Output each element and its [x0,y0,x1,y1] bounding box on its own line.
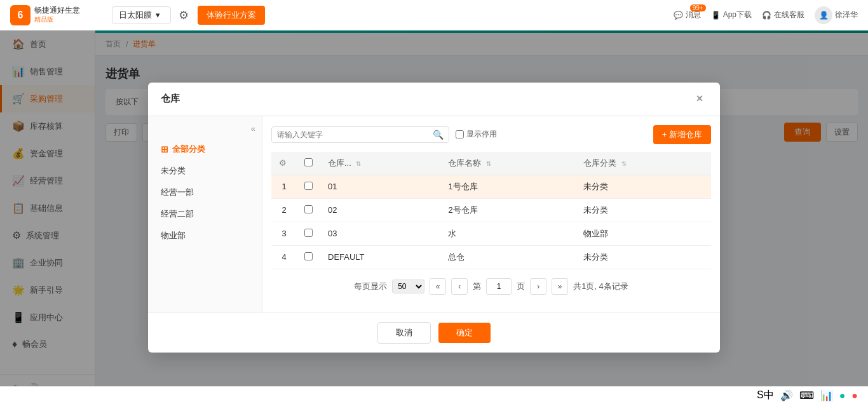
app-download-label: App下载 [723,10,752,20]
total-records: 共1页, 4条记录 [573,281,628,292]
last-page-btn[interactable]: » [552,278,568,295]
category-item-uncat[interactable]: 未分类 [148,160,262,182]
row-code: DEFAULT [320,245,440,269]
name-sort-icon[interactable]: ⇅ [486,160,491,167]
table-row[interactable]: 1 01 1号仓库 未分类 [271,175,711,198]
status-circle1-icon[interactable]: ● [839,390,846,401]
top-header: 6 畅捷通好生意 精品版 日太阳膜 ▾ ⚙ 体验行业方案 💬 消息 99+ 📱 … [0,0,868,30]
table-row[interactable]: 2 02 2号仓库 未分类 [271,198,711,222]
logo-sub: 精品版 [34,15,80,24]
avatar: 👤 [815,6,832,24]
per-page-label: 每页显示 [354,281,387,292]
modal-footer: 取消 确定 [148,313,720,353]
online-service-label: 在线客服 [774,10,804,20]
row-check[interactable] [297,245,320,269]
category-item-ops1[interactable]: 经营一部 [148,182,262,203]
messages-item[interactable]: 💬 消息 99+ [674,10,701,20]
row-check[interactable] [297,175,320,198]
show-disabled-checkbox[interactable]: 显示停用 [456,129,497,140]
row-category: 未分类 [576,245,711,269]
disabled-check[interactable] [456,130,464,138]
modal-title: 仓库 [161,93,180,105]
row-checkbox[interactable] [304,182,313,190]
status-bar: S中 🔊 ⌨ 📊 ● ● [0,386,868,404]
new-warehouse-btn[interactable]: + 新增仓库 [653,125,711,144]
modal-overlay: 仓库 × « ⊞全部分类未分类经营一部经营二部物业部 🔍 [0,30,868,404]
row-checkbox[interactable] [304,229,313,237]
row-checkbox[interactable] [304,205,313,213]
store-selector[interactable]: 日太阳膜 ▾ [112,6,171,24]
user-item[interactable]: 👤 徐泽华 [815,6,858,24]
cat-label-all: 全部分类 [172,144,205,155]
row-name: 总仓 [440,245,576,269]
headset-icon: 🎧 [762,11,771,20]
modal-close-btn[interactable]: × [692,91,707,107]
modal-header: 仓库 × [148,83,720,116]
trial-btn[interactable]: 体验行业方案 [198,6,265,25]
table-gear-icon[interactable]: ⚙ [279,158,287,168]
row-code: 01 [320,175,440,198]
status-sound-icon[interactable]: 🔊 [780,389,793,401]
pagination: 每页显示 501020100 « ‹ 第 页 › » 共1页, 4条记录 [271,269,711,304]
header-right: 💬 消息 99+ 📱 App下载 🎧 在线客服 👤 徐泽华 [674,6,858,24]
category-list: ⊞全部分类未分类经营一部经营二部物业部 [148,138,262,246]
status-keyboard-icon[interactable]: ⌨ [799,389,814,401]
app-download-item[interactable]: 📱 App下载 [711,10,752,20]
row-num: 2 [271,198,297,222]
page-suffix: 页 [517,281,525,292]
row-check[interactable] [297,222,320,245]
user-name: 徐泽华 [835,10,858,20]
row-category: 物业部 [576,222,711,245]
category-item-all[interactable]: ⊞全部分类 [148,138,262,160]
category-item-ops2[interactable]: 经营二部 [148,203,262,225]
next-page-btn[interactable]: › [530,278,546,295]
row-name: 水 [440,222,576,245]
table-row[interactable]: 4 DEFAULT 总仓 未分类 [271,245,711,269]
status-s-icon[interactable]: S中 [757,389,774,402]
col-check [297,152,320,175]
col-category: 仓库分类 ⇅ [576,152,711,175]
cancel-btn[interactable]: 取消 [377,322,431,344]
code-sort-icon[interactable]: ⇅ [356,160,361,167]
col-name: 仓库名称 ⇅ [440,152,576,175]
cat-label-uncat: 未分类 [161,165,186,177]
category-sort-icon[interactable]: ⇅ [621,160,627,167]
modal-table-area: 🔍 显示停用 + 新增仓库 ⚙ [262,116,720,313]
cat-label-property: 物业部 [161,230,186,241]
status-chart-icon[interactable]: 📊 [820,389,833,401]
table-row[interactable]: 3 03 水 物业部 [271,222,711,245]
row-num: 4 [271,245,297,269]
row-check[interactable] [297,198,320,222]
modal-toolbar: 🔍 显示停用 + 新增仓库 [271,125,711,144]
prev-page-btn[interactable]: ‹ [451,278,468,295]
confirm-btn[interactable]: 确定 [438,323,491,343]
per-page-select[interactable]: 501020100 [392,279,424,293]
page-label: 第 [473,281,481,292]
row-name: 2号仓库 [440,198,576,222]
settings-icon[interactable]: ⚙ [179,8,189,22]
search-input[interactable] [277,130,433,139]
online-service-item[interactable]: 🎧 在线客服 [762,10,804,20]
page-number-input[interactable] [486,278,512,295]
row-checkbox[interactable] [304,252,313,260]
table-header: ⚙ 仓库... ⇅ 仓库名称 [271,152,711,175]
col-settings: ⚙ [271,152,297,175]
message-icon: 💬 [674,11,683,20]
modal-body: « ⊞全部分类未分类经营一部经营二部物业部 🔍 显示停用 + 新增仓库 [148,116,720,313]
row-category: 未分类 [576,198,711,222]
row-category: 未分类 [576,175,711,198]
category-item-property[interactable]: 物业部 [148,225,262,246]
collapse-btn[interactable]: « [148,124,262,138]
table-container: ⚙ 仓库... ⇅ 仓库名称 [271,152,711,269]
col-code: 仓库... ⇅ [320,152,440,175]
select-all-check[interactable] [304,158,313,166]
search-icon[interactable]: 🔍 [433,130,444,140]
logo-area: 6 畅捷通好生意 精品版 [10,5,105,25]
status-circle2-icon[interactable]: ● [851,390,858,401]
store-name: 日太阳膜 [119,10,152,21]
row-num: 1 [271,175,297,198]
row-num: 3 [271,222,297,245]
first-page-btn[interactable]: « [430,278,446,295]
warehouse-table-body: 1 01 1号仓库 未分类 2 02 2号仓库 未分类 3 03 水 物业部 4… [271,175,711,269]
cat-icon-all: ⊞ [161,144,168,154]
